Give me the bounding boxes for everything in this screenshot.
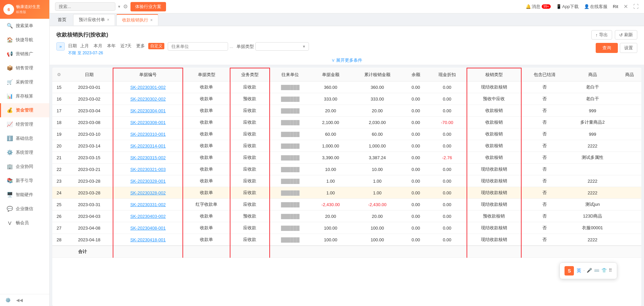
sidebar-item-base[interactable]: ℹ️ 基础信息 [0, 131, 49, 145]
data-table: ⚙ 日期 单据编号 单据类型 业务类型 往来单位 单据金额 累计核销金额 余额 … [52, 68, 641, 258]
search-input[interactable] [55, 2, 115, 11]
service-item[interactable]: 👤 在线客服 [584, 4, 607, 10]
docno-link[interactable]: SK-20230301-002 [130, 85, 166, 90]
filter-expand-button[interactable]: » [56, 42, 65, 51]
docno-link[interactable]: SK-20230328-001 [130, 179, 166, 184]
cell-amount: 2,100.00 [311, 117, 351, 128]
docno-link[interactable]: SK-20230314-001 [130, 143, 166, 148]
sidebar-item-finance[interactable]: 💰 资金管理 [0, 103, 49, 117]
shirt-icon[interactable]: 👕 [601, 268, 607, 274]
table-row: 20 2023-03-14 SK-20230314-001 收款单 应收款 ██… [52, 140, 641, 152]
refresh-button[interactable]: ↺ 刷新 [615, 30, 637, 40]
docno-link[interactable]: SK-20230418-001 [130, 237, 166, 242]
date-opt-this-month[interactable]: 本月 [92, 42, 104, 50]
date-opt-7days[interactable]: 近7天 [119, 42, 133, 50]
dropdown-icon[interactable]: ▾ [118, 4, 120, 9]
cell-cash-discount: 0.00 [428, 140, 467, 152]
english-icon[interactable]: 英 [577, 268, 581, 274]
message-badge: 99+ [542, 4, 551, 9]
app-download-item[interactable]: 📱 App下载 [556, 4, 579, 10]
keyboard-icon[interactable]: ⌨️ [594, 268, 599, 274]
sidebar-item-member[interactable]: V 畅会员 [0, 216, 49, 230]
tab-prepay[interactable]: 预计应收付单 × [73, 14, 115, 25]
cell-seq: 27 [52, 222, 66, 234]
grid-icon[interactable]: ⠿ [609, 268, 612, 274]
message-item[interactable]: 🔔 消息 99+ [526, 4, 551, 10]
export-button[interactable]: ↑ 导出 [591, 30, 612, 40]
sidebar-label-system: 系统管理 [16, 149, 33, 156]
page-content: 收款核销执行(按收款) ↑ 导出 ↺ 刷新 » 日期 上月 [50, 26, 644, 306]
docno-link[interactable]: SK-20230302-002 [130, 97, 166, 102]
query-button[interactable]: 查询 [596, 43, 618, 53]
settings-topbar-icon[interactable]: ⚙ [123, 3, 128, 10]
th-date: 日期 [66, 68, 113, 81]
sidebar-item-search[interactable]: 🔍 搜索菜单 [0, 19, 49, 33]
sidebar-item-marketing[interactable]: 📢 营销推广 [0, 47, 49, 61]
cell-cash-discount: 0.00 [428, 222, 467, 234]
docno-link[interactable]: SK-20230315-002 [130, 155, 166, 160]
sidebar-bottom: ⚙️ ◀◀ [0, 294, 49, 306]
cell-biztype: 应收款 [230, 105, 270, 117]
cell-balance: 0.00 [404, 152, 428, 164]
sidebar-item-purchase[interactable]: 🛒 采购管理 [0, 75, 49, 89]
docno-link[interactable]: SK-20230308-001 [130, 120, 166, 125]
purchase-icon: 🛒 [6, 79, 13, 85]
date-custom-btn[interactable]: 自定义 [148, 43, 164, 49]
cell-cash-discount: 0.00 [428, 93, 467, 105]
cell-incl-settled: 否 [521, 140, 568, 152]
sidebar-label-finance: 资金管理 [16, 107, 33, 113]
close-window-icon[interactable]: ✕ [624, 3, 628, 10]
th-balance: 余额 [404, 68, 428, 81]
settings-bottom-icon[interactable]: ⚙️ [5, 298, 11, 303]
sidebar-label-quicknav: 快捷导航 [16, 37, 33, 43]
docno-link[interactable]: SK-20230304-001 [130, 108, 166, 113]
sidebar-item-system[interactable]: ⚙️ 系统管理 [0, 145, 49, 160]
sidebar-item-guide[interactable]: 📚 新手引导 [0, 174, 49, 188]
sidebar-item-operation[interactable]: 📈 经营管理 [0, 117, 49, 131]
tab-home[interactable]: 首页 [52, 14, 72, 25]
sidebar-item-wechat[interactable]: 💬 企业微信 [0, 202, 49, 216]
sidebar-label-sales: 销售管理 [16, 65, 33, 71]
expand-more-button[interactable]: ∨ 展开更多条件 [50, 56, 644, 65]
sidebar-item-quicknav[interactable]: 🏠 快捷导航 [0, 33, 49, 47]
cell-seq: 23 [52, 175, 66, 187]
app-label: App下载 [562, 4, 579, 10]
page-header-actions: ↑ 导出 ↺ 刷新 [591, 30, 638, 40]
tab-writeoff-close[interactable]: × [150, 18, 153, 22]
cell-goods2 [618, 152, 641, 164]
cell-goods: 多计量商品2 [568, 117, 618, 128]
sidebar-item-sales[interactable]: 📦 销售管理 [0, 61, 49, 75]
docno-link[interactable]: SK-20230328-002 [130, 190, 166, 195]
cell-customer: ██████ [270, 140, 311, 152]
date-opt-more[interactable]: 更多 [135, 42, 146, 50]
date-opt-this-year[interactable]: 本年 [106, 42, 117, 50]
table-row: 25 2023-03-31 SK-20230331-002 红字收款单 应收款 … [52, 199, 641, 210]
cell-docno: SK-20230403-002 [113, 210, 183, 222]
sidebar-item-hardware[interactable]: 🖥️ 智能硬件 [0, 188, 49, 202]
th-gear[interactable]: ⚙ [52, 68, 66, 81]
export-icon: ↑ [596, 33, 598, 38]
doc-type-select[interactable]: ▾ [255, 42, 309, 51]
docno-link[interactable]: SK-20230331-002 [130, 202, 166, 207]
maximize-icon[interactable]: ⛶ [633, 4, 639, 10]
docno-link[interactable]: SK-20230310-001 [130, 132, 166, 137]
tab-prepay-close[interactable]: × [107, 17, 109, 22]
cell-writeoff-type: 收款核销 [467, 152, 521, 164]
date-opt-last-month[interactable]: 上月 [79, 42, 90, 50]
industry-solution-button[interactable]: 体验行业方案 [130, 2, 166, 11]
docno-link[interactable]: SK-20230408-001 [130, 226, 166, 231]
mic-icon[interactable]: 🎤 [587, 268, 592, 274]
docno-link[interactable]: SK-20230403-002 [130, 214, 166, 219]
sidebar-item-inventory[interactable]: 📊 库存核算 [0, 89, 49, 103]
cell-biztype: 应收款 [230, 128, 270, 140]
filter-settings-button[interactable]: 设置 [620, 43, 637, 53]
collapse-icon[interactable]: ◀◀ [16, 298, 23, 303]
main-area: ▾ ⚙ 体验行业方案 🔔 消息 99+ 📱 App下载 👤 在线客服 Rit ✕… [50, 0, 644, 306]
tab-writeoff[interactable]: 收款核销执行 × [116, 14, 158, 25]
customer-filter-input[interactable] [168, 42, 228, 51]
filter-dots: ... [229, 44, 233, 49]
sidebar-item-corp[interactable]: 🏢 企业协同 [0, 160, 49, 174]
docno-link[interactable]: SK-20230321-003 [130, 167, 166, 172]
cell-docno: SK-20230328-002 [113, 187, 183, 199]
cell-incl-settled: 否 [521, 187, 568, 199]
